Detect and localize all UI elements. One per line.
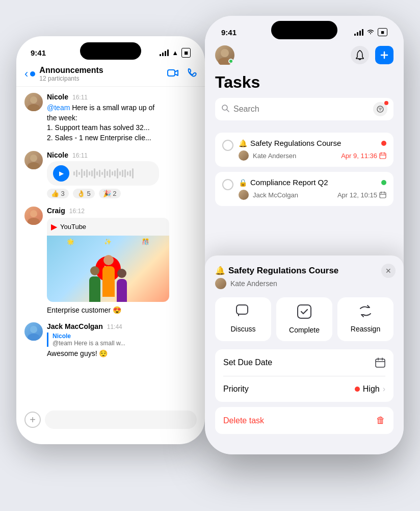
search-bar[interactable]	[215, 98, 393, 120]
complete-icon	[297, 304, 311, 322]
wifi-front	[366, 29, 375, 36]
back-button[interactable]: ‹	[24, 67, 35, 81]
reaction-ok[interactable]: 👌 5	[73, 189, 95, 198]
yt-header: ▶ YouTube	[47, 218, 169, 236]
task-priority-indicator	[381, 141, 386, 146]
notifications-button[interactable]	[351, 46, 369, 64]
reassign-button[interactable]: Reassign	[337, 297, 393, 341]
trash-icon: 🗑	[376, 415, 385, 426]
svg-point-7	[30, 326, 37, 333]
message-author: Nicole	[47, 93, 68, 101]
delete-task-label: Delete task	[223, 416, 264, 425]
time-front: 9:41	[221, 28, 237, 37]
sheet-options: Set Due Date Priority High ›	[215, 349, 393, 402]
battery-front: ■	[378, 28, 387, 36]
delete-task-row: Delete task 🗑	[215, 407, 393, 434]
voice-message[interactable]: ▶	[47, 161, 159, 186]
task-alert-icon: 🔔	[239, 139, 247, 147]
discuss-icon	[236, 304, 250, 321]
task-assignee-avatar	[239, 150, 249, 161]
reassign-label: Reassign	[351, 325, 380, 333]
svg-point-9	[221, 49, 229, 57]
sheet-alert-icon: 🔔	[215, 266, 225, 275]
task-assignee-avatar	[239, 190, 249, 200]
svg-line-14	[227, 110, 229, 112]
task-priority-indicator	[381, 180, 386, 185]
svg-rect-0	[168, 70, 175, 76]
phone-front: 9:41 ■	[205, 16, 404, 454]
sheet-assignee-name: Kate Andersen	[230, 279, 277, 288]
add-attachment-button[interactable]: +	[24, 412, 41, 428]
avatar	[24, 207, 43, 225]
discuss-label: Discuss	[230, 325, 255, 333]
message-row: Jack MacColgan 11:44 Nicole @team Here i…	[24, 322, 197, 359]
message-text: Enterprise customer 😍	[47, 306, 197, 314]
phone-call-icon[interactable]	[187, 68, 197, 81]
youtube-icon: ▶	[51, 222, 57, 232]
svg-point-6	[28, 218, 40, 225]
play-button[interactable]: ▶	[53, 165, 69, 182]
svg-point-1	[30, 96, 37, 104]
message-content: Nicole 16:11 @team Here is a small wrap …	[47, 93, 197, 143]
svg-point-3	[30, 155, 37, 162]
task-assignee-name: Jack McColgan	[253, 191, 298, 199]
mention: @team	[47, 104, 70, 112]
add-task-button[interactable]	[375, 46, 393, 64]
complete-label: Complete	[289, 326, 320, 334]
discuss-button[interactable]: Discuss	[215, 297, 271, 341]
svg-rect-26	[376, 359, 385, 367]
message-content: Nicole 16:11 ▶	[47, 151, 197, 198]
status-icons-back: ▲ ■	[160, 48, 191, 58]
task-name-row: 🔒 Compliance Report Q2	[239, 178, 386, 187]
task-checkbox[interactable]	[222, 179, 233, 190]
task-due-date: Apr 12, 10:15	[337, 191, 386, 199]
svg-point-4	[28, 162, 40, 169]
search-input[interactable]	[233, 105, 369, 114]
chevron-right-icon: ›	[383, 385, 385, 394]
task-name-row: 🔔 Safety Regulations Course	[239, 139, 386, 147]
search-icon	[221, 104, 229, 114]
task-meta: Jack McColgan Apr 12, 10:15	[239, 190, 386, 200]
chat-subtitle: 12 participants	[39, 75, 167, 82]
message-row: Craig 16:12 ▶ YouTube	[24, 207, 197, 314]
task-item[interactable]: 🔒 Compliance Report Q2 Jack McColgan Apr…	[215, 172, 393, 206]
priority-label: Priority	[223, 385, 249, 394]
reaction-thumbsup[interactable]: 👍 3	[47, 189, 69, 198]
reactions: 👍 3 👌 5 🎉 2	[47, 189, 197, 198]
avatar	[24, 322, 43, 341]
quoted-message: Nicole @team Here is a small w...	[47, 333, 197, 347]
battery-back: ■	[181, 48, 191, 58]
message-content: Jack MacColgan 11:44 Nicole @team Here i…	[47, 322, 197, 359]
message-input[interactable]	[45, 411, 197, 429]
youtube-embed[interactable]: ▶ YouTube	[47, 218, 169, 302]
svg-rect-16	[380, 153, 386, 159]
message-row: Nicole 16:11 @team Here is a small wrap …	[24, 93, 197, 143]
tasks-header-top	[215, 45, 393, 65]
video-call-icon[interactable]	[167, 68, 178, 81]
task-item[interactable]: 🔔 Safety Regulations Course Kate Anderse…	[215, 133, 393, 167]
header-actions	[167, 68, 197, 81]
back-chevron-icon: ‹	[24, 67, 28, 81]
sheet-close-button[interactable]: ✕	[381, 264, 396, 278]
tasks-list: 🔔 Safety Regulations Course Kate Anderse…	[205, 126, 404, 217]
svg-rect-20	[380, 192, 386, 198]
due-date-right	[375, 357, 385, 368]
delete-task-option[interactable]: Delete task 🗑	[223, 407, 385, 434]
user-avatar[interactable]	[215, 45, 234, 65]
task-meta: Kate Andersen Apr 9, 11:36	[239, 150, 386, 161]
message-header: Nicole 16:11	[47, 151, 197, 159]
message-text: Awesome guys! 😌	[47, 349, 197, 359]
chat-header: ‹ Announcements 12 participants	[16, 62, 205, 87]
reaction-party[interactable]: 🎉 2	[99, 189, 121, 198]
complete-button[interactable]: Complete	[276, 297, 332, 341]
task-checkbox[interactable]	[222, 140, 233, 151]
message-content: Craig 16:12 ▶ YouTube	[47, 207, 197, 314]
dynamic-island	[80, 42, 141, 60]
priority-option[interactable]: Priority High ›	[223, 376, 385, 402]
filter-button[interactable]	[373, 102, 387, 116]
set-due-date-option[interactable]: Set Due Date	[223, 349, 385, 376]
person	[102, 255, 115, 297]
message-row: Nicole 16:11 ▶	[24, 151, 197, 198]
message-header: Jack MacColgan 11:44	[47, 322, 197, 330]
page-title: Tasks	[215, 73, 393, 92]
